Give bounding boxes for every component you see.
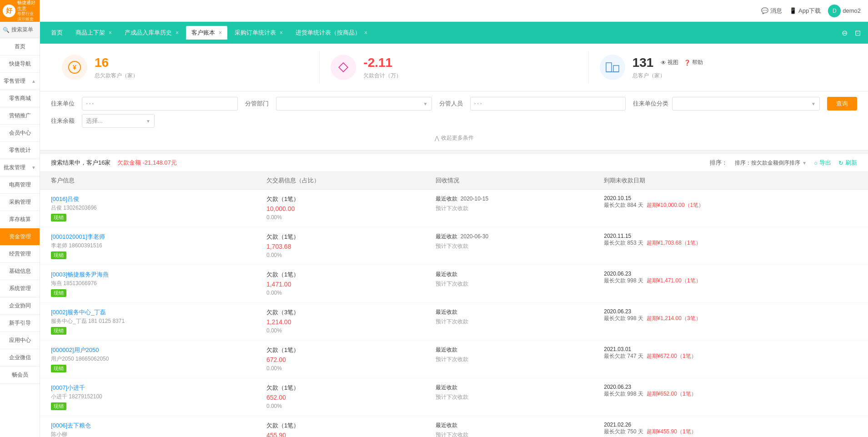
customer-phone: 吕俊 13026203696 <box>51 204 245 212</box>
refresh-button[interactable]: ↻ 刷新 <box>838 159 857 167</box>
dept-select[interactable]: ▼ <box>276 97 432 111</box>
debt-icon: ¥ <box>62 55 87 80</box>
customer-name-link[interactable]: [0006]去下粮仓 <box>51 422 245 430</box>
tab-close-icon[interactable]: × <box>176 30 179 36</box>
balance-label: 往来余额 <box>51 117 78 125</box>
chevron-down-icon: ▼ <box>423 101 428 106</box>
help-btn[interactable]: ❓ 帮助 <box>684 59 703 66</box>
sidebar-item-marketing[interactable]: 营销推广 <box>0 107 40 125</box>
overdue-link[interactable]: 超期¥1,471.00（1笔） <box>647 277 701 284</box>
app-download-btn[interactable]: 📱 App下载 <box>789 7 821 15</box>
person-input[interactable]: ··· <box>470 97 626 111</box>
overdue-link[interactable]: 超期¥10,000.00（1笔） <box>647 202 704 208</box>
debt-pct: 0.00% <box>266 403 414 409</box>
sidebar-item-enterprise[interactable]: 企业协同 <box>0 297 40 315</box>
minimize-btn[interactable]: ⊖ <box>840 27 849 39</box>
overdue-link[interactable]: 超期¥1,214.00（3笔） <box>647 315 701 321</box>
debt-info-cell: 欠款（1笔） 455.90 0.00% <box>256 416 425 437</box>
collapse-icon: ⋀ <box>435 135 439 141</box>
debt-amount-link[interactable]: 1,471.00 <box>266 281 414 288</box>
customer-name-link[interactable]: [0003]畅捷服务尹海燕 <box>51 271 245 279</box>
sidebar-item-wechat[interactable]: 企业微信 <box>0 349 40 367</box>
sidebar-item-basic-info[interactable]: 基础信息 <box>0 263 40 280</box>
tab-close-icon[interactable]: × <box>109 30 112 36</box>
customer-phone: 小进千 18279152100 <box>51 393 245 401</box>
table-row: [000002]用户2050 用户2050 18665062050 现销 欠款（… <box>40 341 868 378</box>
collection-cell: 最近收款 2020-06-30 预计下次收款 <box>425 227 593 265</box>
message-btn[interactable]: 💬 消息 <box>761 7 782 15</box>
debt-info-cell: 欠款（1笔） 10,000.00 0.00% <box>256 190 425 227</box>
filter-area: 往来单位 ··· 分管部门 ▼ 分管人员 ··· <box>40 91 868 151</box>
overdue-link[interactable]: 超期¥672.00（1笔） <box>647 353 697 359</box>
sidebar-item-beginner[interactable]: 新手引导 <box>0 315 40 332</box>
tab-home[interactable]: 首页 <box>45 26 68 40</box>
tab-close-icon[interactable]: × <box>364 30 367 36</box>
debt-amount-link[interactable]: 455.90 <box>266 432 414 437</box>
sidebar-item-app-center[interactable]: 应用中心 <box>0 332 40 349</box>
sidebar-item-ecommerce[interactable]: 电商管理 <box>0 176 40 194</box>
search-menu[interactable]: 🔍 搜索菜单 <box>0 22 40 38</box>
table-info: 搜索结果中，客户16家 欠款金额 -21,148.07元 <box>51 159 177 167</box>
user-menu[interactable]: D demo2 <box>828 5 861 17</box>
tab-product-history[interactable]: 产成品入库单历史 × <box>119 26 184 40</box>
sidebar-item-quick-nav[interactable]: 快捷导航 <box>0 55 40 73</box>
maximize-btn[interactable]: ⊡ <box>853 27 863 39</box>
due-date-cell: 2020.06.23 最长欠款 998 天 超期¥652.00（1笔） <box>593 378 868 416</box>
sidebar-item-retail-mall[interactable]: 零售商城 <box>0 90 40 107</box>
overdue-link[interactable]: 超期¥455.90（1笔） <box>647 428 697 435</box>
sidebar-item-finance[interactable]: 资金管理 <box>0 228 40 246</box>
sidebar-item-vip[interactable]: 畅会员 <box>0 367 40 384</box>
customer-name-link[interactable]: [0002]服务中心_丁磊 <box>51 308 245 316</box>
tab-close-icon[interactable]: × <box>219 30 222 36</box>
sidebar-item-sys-mgmt[interactable]: 系统管理 <box>0 280 40 297</box>
sort-button[interactable]: 排序：按欠款金额倒序排序 ▼ <box>735 159 807 167</box>
debt-amount-link[interactable]: 652.00 <box>266 394 414 401</box>
export-button[interactable]: ○ 导出 <box>814 159 831 167</box>
debt-count: 欠款（1笔） <box>266 346 414 354</box>
total-customer-label: 总客户（家） <box>632 72 846 80</box>
collection-cell: 最近收款 预计下次收款 <box>425 378 593 416</box>
customer-name-link[interactable]: [0016]吕俊 <box>51 195 245 203</box>
customer-phone: 陈小柳 <box>51 431 245 437</box>
tab-purchase-order[interactable]: 采购订单统计表 × <box>229 26 288 40</box>
search-button[interactable]: 查询 <box>827 97 857 111</box>
sidebar-item-inventory[interactable]: 库存核算 <box>0 211 40 228</box>
collapse-bar[interactable]: ⋀ 收起更多条件 <box>51 131 857 145</box>
sidebar-item-home[interactable]: 首页 <box>0 38 40 55</box>
tab-product-shelf[interactable]: 商品上下架 × <box>70 26 117 40</box>
supplier-input[interactable]: ··· <box>82 97 238 111</box>
debt-pct: 0.00% <box>266 327 414 334</box>
debt-pct: 0.00% <box>266 214 414 221</box>
sidebar-item-retail-mgmt[interactable]: 零售管理 ▲ <box>0 73 40 90</box>
debt-amount-link[interactable]: 1,703.68 <box>266 243 414 250</box>
last-collect-label: 最近收款 2020-06-30 <box>436 233 582 241</box>
due-date-value: 2020.06.23 <box>604 384 857 390</box>
debt-amount-link[interactable]: 10,000.00 <box>266 205 414 212</box>
debt-count: 欠款（1笔） <box>266 233 414 241</box>
overdue-link[interactable]: 超期¥1,703.68（1笔） <box>647 240 701 246</box>
customer-name-link[interactable]: [0007]小进千 <box>51 384 245 392</box>
sidebar-item-retail-stats[interactable]: 零售统计 <box>0 142 40 159</box>
sidebar-item-purchase[interactable]: 采购管理 <box>0 194 40 211</box>
customer-name-link[interactable]: [000002]用户2050 <box>51 346 245 354</box>
tab-close-icon[interactable]: × <box>280 30 283 36</box>
debt-amount-link[interactable]: 672.00 <box>266 356 414 363</box>
overdue-link[interactable]: 超期¥652.00（1笔） <box>647 391 697 397</box>
balance-select[interactable]: 选择... ▼ <box>82 114 155 128</box>
debt-amount-link[interactable]: 1,214.00 <box>266 318 414 326</box>
sidebar-item-wholesale[interactable]: 批发管理 ▼ <box>0 159 40 176</box>
page-content: ¥ 16 总欠款客户（家） -2.11 欠款合计（万） <box>40 44 868 437</box>
customer-info-cell: [0006]去下粮仓 陈小柳 现销 <box>40 416 256 437</box>
sidebar-item-membership[interactable]: 会员中心 <box>0 125 40 142</box>
tab-customer-account[interactable]: 客户账本 × <box>186 26 227 40</box>
debt-pct: 0.00% <box>266 252 414 258</box>
phone-icon: 📱 <box>789 7 797 14</box>
view-btn[interactable]: 👁 视图 <box>661 59 678 66</box>
sidebar-item-operations[interactable]: 经营管理 <box>0 246 40 263</box>
tab-inbound-stats[interactable]: 进货单统计表（按商品） × <box>290 26 373 40</box>
customer-name-link[interactable]: [0001020001]李老师 <box>51 233 245 241</box>
overdue-days: 最长欠款 884 天 超期¥10,000.00（1笔） <box>604 201 857 209</box>
category-select[interactable]: ▼ <box>672 97 820 111</box>
next-collect-label: 预计下次收款 <box>436 280 582 288</box>
next-collect-label: 预计下次收款 <box>436 431 582 437</box>
